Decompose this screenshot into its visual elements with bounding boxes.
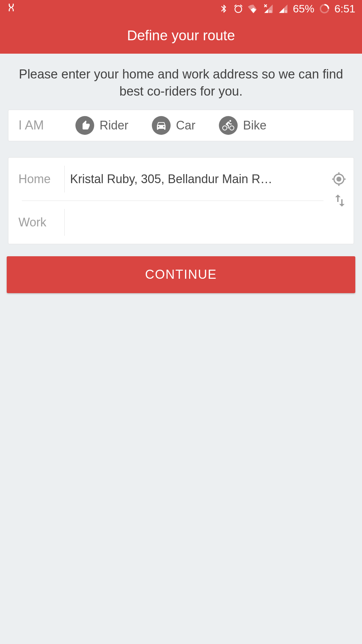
- page-title: Define your route: [127, 28, 235, 44]
- mode-label: I AM: [18, 118, 52, 132]
- app-header: Define your route: [0, 17, 362, 54]
- car-icon: [152, 116, 171, 135]
- mode-option-rider[interactable]: Rider: [75, 116, 128, 135]
- battery-text: 65%: [293, 3, 314, 15]
- dna-app-icon: [7, 3, 19, 15]
- mode-car-label: Car: [176, 118, 195, 132]
- wifi-icon: [248, 3, 259, 14]
- my-location-icon[interactable]: [331, 171, 347, 187]
- mode-selector-card: I AM Rider Car: [8, 110, 354, 141]
- status-bar: R R 65% 6:51: [0, 0, 362, 17]
- home-address-row: Home: [8, 158, 354, 201]
- address-card: Home Work: [8, 157, 354, 244]
- main-content: Please enter your home and work address …: [0, 54, 362, 293]
- instruction-text: Please enter your home and work address …: [0, 54, 362, 110]
- thumbs-up-icon: [75, 116, 94, 135]
- home-label: Home: [8, 166, 65, 193]
- mode-bike-label: Bike: [243, 118, 266, 132]
- work-address-input[interactable]: [65, 215, 331, 229]
- time-text: 6:51: [335, 3, 355, 15]
- mode-option-bike[interactable]: Bike: [219, 116, 266, 135]
- status-left: [7, 3, 19, 15]
- bike-icon: [219, 116, 238, 135]
- work-address-row: Work: [8, 201, 354, 244]
- continue-button[interactable]: CONTINUE: [7, 256, 355, 293]
- work-label: Work: [8, 209, 65, 236]
- svg-text:R: R: [269, 10, 272, 14]
- svg-text:R: R: [285, 10, 287, 14]
- mode-options: Rider Car Bike: [75, 116, 266, 135]
- signal-1-icon: R: [263, 4, 274, 14]
- bluetooth-icon: [219, 4, 229, 13]
- mode-rider-label: Rider: [100, 118, 128, 132]
- alarm-icon: [233, 4, 243, 14]
- home-address-input[interactable]: [65, 172, 331, 186]
- signal-2-icon: R: [278, 4, 288, 14]
- status-right: R R 65% 6:51: [219, 3, 355, 15]
- loading-icon: [319, 3, 330, 14]
- mode-option-car[interactable]: Car: [152, 116, 195, 135]
